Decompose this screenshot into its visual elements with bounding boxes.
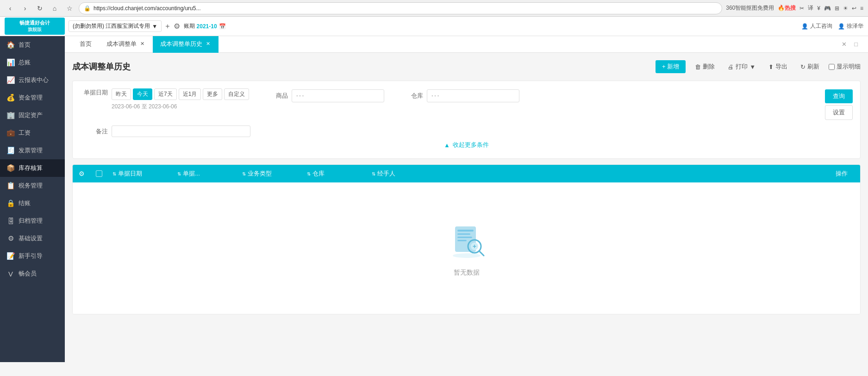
user-menu[interactable]: 👤 徐泽华 [838,22,863,30]
address-bar[interactable]: 🔒 https://cloud.chanjet.com/accounting/u… [79,2,722,14]
delete-icon: 🗑 [695,63,701,70]
tab-cost-adjust-history-label: 成本调整单历史 [160,40,202,48]
col-action-label: 操作 [836,169,848,178]
date-btn-今天[interactable]: 今天 [133,88,152,100]
hot-search-label: 🔥热搜 [778,4,796,12]
add-button[interactable]: + [165,22,169,31]
warehouse-dots: ··· [431,92,440,100]
content-area: 首页 成本调整单 ✕ 成本调整单历史 ✕ ✕ □ 成本调整单历史 [65,36,868,362]
empty-illustration [446,219,487,261]
page-header: 成本调整单历史 + 新增 🗑 删除 🖨 打印 ▼ ⬆ [72,60,861,73]
date-btn-近7天[interactable]: 近7天 [154,88,177,100]
sidebar-label-7: 库存核算 [19,164,43,172]
expand-icon[interactable]: □ [851,41,861,48]
refresh-button[interactable]: ↻ 刷新 [797,61,823,73]
table-col-action: 操作 [823,169,860,178]
sidebar-item-税务管理[interactable]: 📋 税务管理 [0,177,65,194]
data-table: ⚙ ⇅ 单据日期 ⇅ 单据... [72,164,861,314]
help-btn[interactable]: 👤 人工咨询 [801,22,832,30]
col-biz-label: 业务类型 [248,169,272,178]
table-col-num: ⇅ 单据... [173,169,237,178]
url-text: https://cloud.chanjet.com/accounting/uru… [94,5,200,12]
home-button[interactable]: ⌂ [49,3,60,14]
sidebar-label-1: 总账 [19,58,31,67]
delete-button[interactable]: 🗑 删除 [691,61,718,73]
tab-cost-adjust[interactable]: 成本调整单 ✕ [99,36,153,53]
sidebar-label-2: 云报表中心 [19,76,49,84]
sidebar-label-13: 畅会员 [19,269,37,278]
tab-cost-adjust-history[interactable]: 成本调整单历史 ✕ [153,36,219,53]
sidebar-label-0: 首页 [19,41,31,49]
product-selector[interactable]: ··· [292,89,384,102]
sort-num-icon[interactable]: ⇅ [177,171,181,176]
toolbar-grid-icon: ⊞ [835,5,839,12]
sidebar-item-库存核算[interactable]: 📦 库存核算 [0,159,65,177]
col-num-label: 单据... [183,169,200,178]
table-col-date: ⇅ 单据日期 [108,169,173,178]
refresh-icon: ↻ [800,63,806,70]
note-filter-label: 备注 [80,127,108,136]
sidebar-icon-11: ⚙ [6,234,15,243]
sidebar-icon-5: 💼 [6,129,15,137]
col-warehouse-label: 仓库 [312,169,325,178]
sort-biz-icon[interactable]: ⇅ [242,171,246,176]
sidebar-item-畅会员[interactable]: V 畅会员 [0,265,65,282]
table-header-row: ⚙ ⇅ 单据日期 ⇅ 单据... [73,165,860,182]
table-settings-col[interactable]: ⚙ [73,170,90,177]
sidebar-item-固定资产[interactable]: 🏢 固定资产 [0,107,65,124]
warehouse-selector[interactable]: ··· [427,89,519,102]
refresh-button[interactable]: ↻ [34,3,45,14]
svg-rect-4 [457,237,472,238]
tab-home[interactable]: 首页 [72,36,99,53]
chevron-down-icon: ▼ [152,23,157,30]
date-range-text: 2023-06-06 至 2023-06-06 [112,103,249,111]
date-btn-自定义[interactable]: 自定义 [224,88,249,100]
date-btn-昨天[interactable]: 昨天 [112,88,131,100]
sidebar-item-新手引导[interactable]: 📝 新手引导 [0,247,65,265]
show-cols-toggle[interactable]: 显示明细 [829,63,861,71]
sidebar-icon-4: 🏢 [6,111,15,119]
sort-date-up-icon[interactable]: ⇅ [112,171,116,176]
toolbar-cut-icon: ✂ [799,5,804,12]
add-button[interactable]: + 新增 [656,60,686,73]
tab-cost-adjust-history-close[interactable]: ✕ [205,41,211,47]
close-panel-icon[interactable]: ✕ [837,41,851,48]
tab-cost-adjust-close[interactable]: ✕ [139,41,145,47]
print-button[interactable]: 🖨 打印 ▼ [724,61,759,73]
sidebar-icon-9: 🔒 [6,199,15,207]
sort-handler-icon[interactable]: ⇅ [372,171,375,176]
back-button[interactable]: ‹ [5,3,16,14]
table-check-col[interactable] [90,170,108,177]
show-cols-checkbox[interactable] [829,64,835,70]
app-topbar: 畅捷通好会计 旗舰版 (勿删勿禁用) 江西服宝测试专用 ▼ + ⚙ 账期 202… [0,17,868,36]
export-button[interactable]: ⬆ 导出 [765,61,791,73]
company-selector[interactable]: (勿删勿禁用) 江西服宝测试专用 ▼ [69,20,162,32]
sidebar: 🏠 首页 📊 总账 📈 云报表中心 💰 资金管理 🏢 固定资产 💼 工资 🧾 发… [0,36,65,362]
sidebar-item-资金管理[interactable]: 💰 资金管理 [0,89,65,107]
note-input[interactable] [112,125,250,137]
svg-rect-5 [457,240,467,241]
sort-warehouse-icon[interactable]: ⇅ [307,171,311,176]
sidebar-item-工资[interactable]: 💼 工资 [0,124,65,142]
settings-icon[interactable]: ⚙ [174,22,180,31]
date-btn-更多[interactable]: 更多 [203,88,222,100]
forward-button[interactable]: › [19,3,31,14]
sidebar-item-总账[interactable]: 📊 总账 [0,54,65,71]
sidebar-item-发票管理[interactable]: 🧾 发票管理 [0,142,65,159]
select-all-checkbox[interactable] [96,170,102,177]
product-filter-label: 商品 [260,92,288,100]
sidebar-item-归档管理[interactable]: 🗄 归档管理 [0,212,65,230]
calendar-icon[interactable]: 📅 [219,23,226,30]
sidebar-item-首页[interactable]: 🏠 首页 [0,36,65,54]
sidebar-item-基础设置[interactable]: ⚙ 基础设置 [0,230,65,247]
date-btn-近1月[interactable]: 近1月 [179,88,201,100]
sidebar-item-云报表中心[interactable]: 📈 云报表中心 [0,71,65,89]
sidebar-icon-10: 🗄 [6,217,15,225]
set-button[interactable]: 设置 [825,105,853,120]
table-settings-icon[interactable]: ⚙ [79,170,85,177]
bookmark-button[interactable]: ☆ [64,3,75,14]
sidebar-item-结账[interactable]: 🔒 结账 [0,194,65,212]
sidebar-icon-6: 🧾 [6,146,15,155]
collapse-filters-btn[interactable]: ▲ 收起更多条件 [80,139,853,151]
query-button[interactable]: 查询 [825,89,853,103]
